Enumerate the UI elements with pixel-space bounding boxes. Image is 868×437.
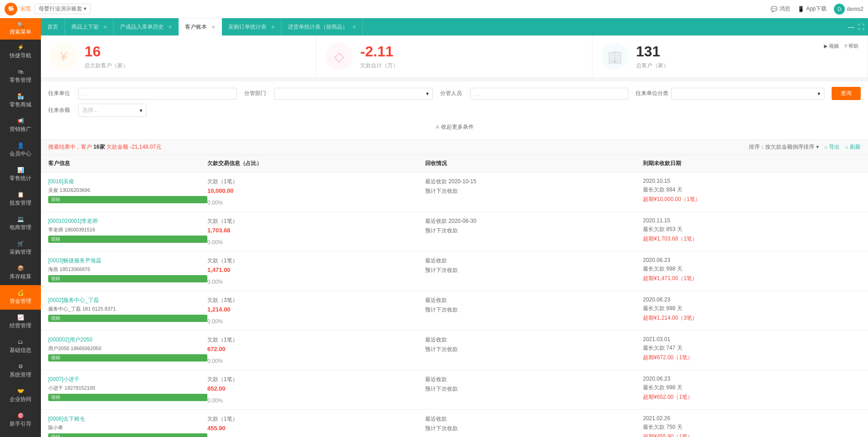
refresh-btn[interactable]: ○ 刷新 xyxy=(845,143,861,151)
sidebar-item-base-info[interactable]: 🗂 基础信息 xyxy=(0,334,41,359)
overdue-amount-2[interactable]: 超期¥1,471.00（1笔） xyxy=(643,275,861,282)
sidebar-item-marketing[interactable]: 📢 营销推广 xyxy=(0,113,41,138)
customer-name-6[interactable]: [0006]去下粮仓 xyxy=(48,415,207,423)
customer-phone-3: 服务中心_丁磊 181 0125 8371 xyxy=(48,306,207,312)
message-btn[interactable]: 💬 消息 xyxy=(771,5,790,13)
supplier-input[interactable]: ... xyxy=(78,88,237,100)
search-icon: 🔍 xyxy=(4,22,37,28)
customer-name-1[interactable]: [0001020001]李老师 xyxy=(48,217,207,225)
sidebar-item-quick-nav[interactable]: ⚡ 快捷导航 xyxy=(0,40,41,64)
sidebar-item-finance[interactable]: 💰 资金管理 xyxy=(0,285,41,310)
sidebar-item-new-guide[interactable]: 🎯 新手引导 xyxy=(0,408,41,432)
avatar: D xyxy=(834,4,845,15)
tab-home[interactable]: 首页 xyxy=(41,18,65,35)
sidebar-item-batch-mgmt[interactable]: 📋 批发管理 xyxy=(0,187,41,211)
overdue-amount-6[interactable]: 超期¥455.90（1笔） xyxy=(643,433,861,437)
sidebar-item-member[interactable]: 👤 会员中心 xyxy=(0,138,41,162)
search-btn[interactable]: 查询 xyxy=(832,87,861,100)
overdue-amount-0[interactable]: 超期¥10,000.00（1笔） xyxy=(643,196,861,203)
tab-close-product-history[interactable]: ✕ xyxy=(168,25,172,30)
debt-customers-icon: ¥ xyxy=(50,43,77,70)
manager-input[interactable]: ... xyxy=(470,88,629,100)
customer-name-3[interactable]: [0002]服务中心_丁磊 xyxy=(48,296,207,304)
filter-row-1: 往来单位 ... 分管部门 ▾ xyxy=(48,87,861,100)
tab-product-offline[interactable]: 商品上下架 ✕ xyxy=(65,18,114,35)
filter-row-2: 往来余额 选择... ▾ xyxy=(48,104,861,117)
tab-maximize-icon[interactable]: ⛶ xyxy=(858,23,864,30)
sidebar-item-retail-mall[interactable]: 🏪 零售商城 xyxy=(0,89,41,113)
sidebar-search-btn[interactable]: 🔍 搜索菜单 xyxy=(0,18,41,40)
customer-name-0[interactable]: [0016]吴俊 xyxy=(48,178,207,186)
filter-category: 往来单位分类 ▾ xyxy=(636,88,824,100)
sidebar-item-enterprise[interactable]: 🤝 企业协同 xyxy=(0,383,41,408)
debt-title-5: 欠款（1笔） xyxy=(207,376,425,383)
sidebar-item-purchase[interactable]: 🛒 采购管理 xyxy=(0,236,41,261)
help-btn[interactable]: ? 帮助 xyxy=(844,43,858,50)
sidebar-item-operation[interactable]: 📈 经营管理 xyxy=(0,310,41,334)
filter-manager-label: 分管人员 xyxy=(440,90,467,97)
sidebar-item-inventory[interactable]: 📦 库存核算 xyxy=(0,261,41,285)
finance-icon: 💰 xyxy=(17,290,24,296)
customer-info-0: [0016]吴俊 吴俊 13026203696 现销 xyxy=(48,178,207,203)
overdue-info-2: 2020.06.23 最长欠款 998 天 超期¥1,471.00（1笔） xyxy=(643,257,861,282)
filter-manager: 分管人员 ... xyxy=(440,88,629,100)
tab-import-stats[interactable]: 进货单统计表（按商品） ✕ xyxy=(281,18,363,35)
tab-bar: 首页 商品上下架 ✕ 产成品入库单历史 ✕ 客户账本 ✕ 采购订单统计表 ✕ xyxy=(41,18,868,35)
tab-product-history[interactable]: 产成品入库单历史 ✕ xyxy=(114,18,179,35)
filter-balance-label: 往来余额 xyxy=(48,106,75,114)
tab-close-import-stats[interactable]: ✕ xyxy=(352,25,356,30)
balance-select[interactable]: 选择... ▾ xyxy=(78,104,146,117)
filter-category-label: 往来单位分类 xyxy=(636,90,668,97)
message-icon: 💬 xyxy=(771,6,778,12)
recovery-info-6: 最近收款 预计下次收款 xyxy=(425,415,643,432)
customer-tag-5: 现销 xyxy=(48,394,207,401)
inventory-icon: 📦 xyxy=(17,265,24,271)
customer-name-5[interactable]: [0007]小进干 xyxy=(48,376,207,383)
sort-label[interactable]: 排序：按欠款金额倒序排序 ▾ xyxy=(749,143,818,151)
overdue-amount-3[interactable]: 超期¥1,214.00（3笔） xyxy=(643,314,861,322)
overdue-amount-4[interactable]: 超期¥672.00（1笔） xyxy=(643,354,861,362)
tab-close-purchase-stats[interactable]: ✕ xyxy=(271,25,275,30)
category-select[interactable]: ▾ xyxy=(671,88,824,100)
export-btn[interactable]: ○ 导出 xyxy=(824,143,840,151)
operation-icon: 📈 xyxy=(17,314,24,321)
tab-minimize-icon[interactable]: — xyxy=(848,23,854,30)
overdue-info-4: 2021.03.01 最长欠款 747 天 超期¥672.00（1笔） xyxy=(643,336,861,362)
sidebar-item-ecommerce[interactable]: 💻 电商管理 xyxy=(0,211,41,236)
customer-name-4[interactable]: [000002]用户2050 xyxy=(48,336,207,344)
customer-name-2[interactable]: [0003]畅捷服务尹海蕊 xyxy=(48,257,207,265)
collapse-icon: ∧ xyxy=(435,124,440,130)
tab-purchase-stats[interactable]: 采购订单统计表 ✕ xyxy=(222,18,281,35)
quick-nav-icon: ⚡ xyxy=(17,44,24,50)
member-icon: 👤 xyxy=(17,142,24,149)
overdue-info-3: 2020.06.23 最长欠款 998 天 超期¥1,214.00（3笔） xyxy=(643,296,861,322)
debt-amount-5: 652.00 xyxy=(207,385,425,392)
overdue-amount-1[interactable]: 超期¥1,703.68（1笔） xyxy=(643,235,861,243)
video-btn[interactable]: ▶ 视频 xyxy=(824,43,839,50)
sidebar-item-app-center[interactable]: 📱 应用中心 xyxy=(0,432,41,437)
total-debt-value: -2.11 xyxy=(360,43,582,60)
overdue-amount-5[interactable]: 超期¥652.00（1笔） xyxy=(643,393,861,401)
dept-select[interactable]: ▾ xyxy=(274,88,433,100)
customer-phone-0: 吴俊 13026203696 xyxy=(48,187,207,194)
customer-info-6: [0006]去下粮仓 陈小希 现销 xyxy=(48,415,207,437)
app-download-btn[interactable]: 📱 App下载 xyxy=(798,5,827,13)
tab-close-product-offline[interactable]: ✕ xyxy=(103,25,107,30)
page-content: ¥ 16 总欠款客户（家） ◇ -2.11 欠款合计（万） xyxy=(41,35,868,437)
customer-phone-6: 陈小希 xyxy=(48,424,207,431)
company-selector[interactable]: 母婴行业演示账套 ▾ xyxy=(35,4,90,14)
debt-customers-label: 总欠款客户（家） xyxy=(85,62,307,70)
total-debt-icon: ◇ xyxy=(326,43,353,70)
col-customer-info: 客户信息 xyxy=(48,160,207,167)
total-customers-icon: 🏢 xyxy=(602,43,629,70)
overdue-info-5: 2020.06.23 最长欠款 998 天 超期¥652.00（1笔） xyxy=(643,376,861,401)
filter-balance: 往来余额 选择... ▾ xyxy=(48,104,861,117)
collapse-btn[interactable]: ∧ 收起更多条件 xyxy=(48,121,861,134)
user-profile-btn[interactable]: D demo2 xyxy=(834,4,863,15)
recovery-info-3: 最近收款 预计下次收款 xyxy=(425,296,643,314)
sidebar-item-sys-mgmt[interactable]: ⚙ 系统管理 xyxy=(0,359,41,383)
sidebar-item-retail-stats[interactable]: 📊 零售统计 xyxy=(0,162,41,187)
sidebar-item-retail-mgmt[interactable]: 🛍 零售管理 xyxy=(0,64,41,89)
tab-close-customer-account[interactable]: ✕ xyxy=(211,25,215,30)
tab-customer-account[interactable]: 客户账本 ✕ xyxy=(179,18,222,35)
